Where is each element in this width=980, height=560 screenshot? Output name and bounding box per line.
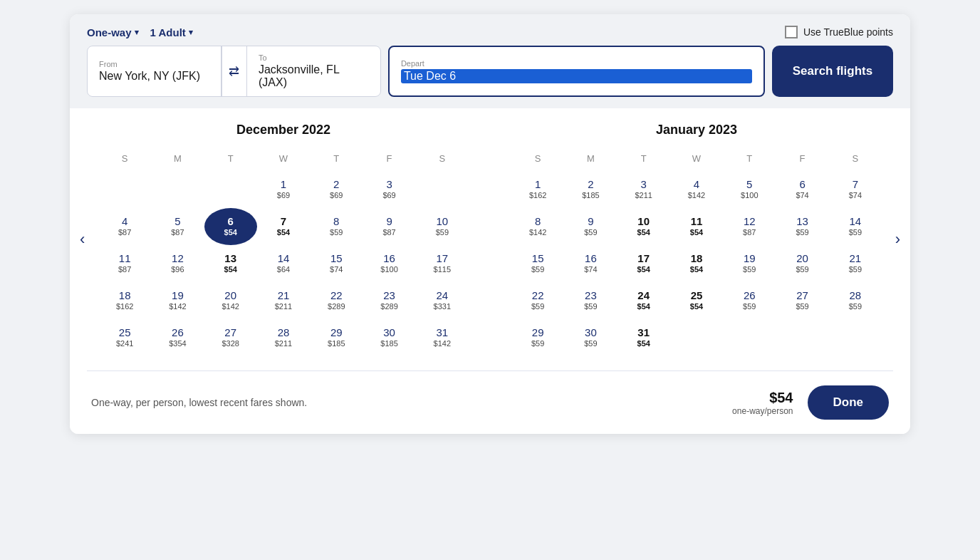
day-10[interactable]: 10$54: [617, 208, 670, 245]
weekday-w1: W: [257, 150, 310, 167]
day-16[interactable]: 16$100: [363, 245, 415, 282]
day-11[interactable]: 11$54: [670, 208, 723, 245]
day-25[interactable]: 25$54: [670, 282, 723, 319]
day-12[interactable]: 12$96: [151, 245, 204, 282]
day-number: 6: [799, 178, 805, 191]
day-31[interactable]: 31$54: [617, 319, 670, 356]
day-20[interactable]: 20$142: [204, 282, 257, 319]
day-number: 4: [122, 215, 127, 228]
swap-button[interactable]: ⇄: [221, 46, 247, 96]
day-21[interactable]: 21$211: [257, 282, 310, 319]
calendar-next-button[interactable]: ›: [888, 230, 907, 249]
weekday-js1: S: [511, 150, 564, 167]
day-13[interactable]: 13$54: [204, 245, 257, 282]
day-26[interactable]: 26$354: [151, 319, 204, 356]
day-number: 30: [383, 326, 395, 339]
empty-cell: [670, 319, 723, 356]
day-number: 24: [637, 289, 650, 302]
day-19[interactable]: 19$142: [151, 282, 204, 319]
day-17[interactable]: 17$115: [416, 245, 469, 282]
day-7[interactable]: 7$54: [257, 208, 310, 245]
day-number: 3: [386, 178, 392, 191]
day-number: 10: [437, 215, 449, 228]
footer-note: One-way, per person, lowest recent fares…: [91, 397, 307, 408]
day-24[interactable]: 24$331: [416, 282, 469, 319]
weekday-s2: S: [416, 150, 469, 167]
day-5[interactable]: 5$87: [151, 208, 204, 245]
day-23[interactable]: 23$59: [564, 282, 617, 319]
day-3[interactable]: 3$211: [617, 171, 670, 208]
day-6[interactable]: 6$74: [776, 171, 828, 208]
day-number: 10: [637, 215, 650, 228]
calendar-prev-button[interactable]: ‹: [73, 230, 92, 249]
day-23[interactable]: 23$289: [363, 282, 415, 319]
day-14[interactable]: 14$64: [257, 245, 310, 282]
day-29[interactable]: 29$185: [310, 319, 363, 356]
day-21[interactable]: 21$59: [829, 245, 882, 282]
day-2[interactable]: 2$69: [310, 171, 363, 208]
day-19[interactable]: 19$59: [723, 245, 776, 282]
day-31[interactable]: 31$142: [416, 319, 469, 356]
depart-label: Depart: [401, 59, 752, 68]
to-field[interactable]: To Jacksonville, FL (JAX): [247, 46, 380, 96]
passengers-dropdown[interactable]: 1 Adult ▾: [150, 26, 193, 38]
day-6[interactable]: 6$54: [204, 208, 257, 245]
done-button[interactable]: Done: [808, 385, 890, 420]
day-8[interactable]: 8$59: [310, 208, 363, 245]
trueblue-checkbox[interactable]: [785, 26, 798, 38]
day-price: $59: [330, 228, 343, 237]
day-price: $59: [531, 339, 544, 348]
day-1[interactable]: 1$162: [511, 171, 564, 208]
empty-cell: [723, 319, 776, 356]
trip-type-dropdown[interactable]: One-way ▾: [87, 26, 139, 38]
day-22[interactable]: 22$59: [511, 282, 564, 319]
day-1[interactable]: 1$69: [257, 171, 310, 208]
day-2[interactable]: 2$185: [564, 171, 617, 208]
day-10[interactable]: 10$59: [416, 208, 469, 245]
day-9[interactable]: 9$59: [564, 208, 617, 245]
day-price: $59: [531, 302, 544, 311]
day-3[interactable]: 3$69: [363, 171, 415, 208]
day-price: $59: [796, 265, 808, 274]
day-28[interactable]: 28$59: [829, 282, 882, 319]
day-18[interactable]: 18$162: [98, 282, 151, 319]
day-15[interactable]: 15$59: [511, 245, 564, 282]
day-4[interactable]: 4$87: [98, 208, 151, 245]
weekday-jt1: T: [617, 150, 670, 167]
day-27[interactable]: 27$328: [204, 319, 257, 356]
day-27[interactable]: 27$59: [776, 282, 828, 319]
day-price: $54: [224, 228, 237, 237]
day-25[interactable]: 25$241: [98, 319, 151, 356]
depart-field[interactable]: Depart Tue Dec 6: [388, 46, 765, 97]
day-price: $241: [116, 339, 133, 348]
day-4[interactable]: 4$142: [670, 171, 723, 208]
day-14[interactable]: 14$59: [829, 208, 882, 245]
day-24[interactable]: 24$54: [617, 282, 670, 319]
day-7[interactable]: 7$74: [829, 171, 882, 208]
day-30[interactable]: 30$185: [363, 319, 415, 356]
day-number: 17: [437, 252, 449, 265]
day-30[interactable]: 30$59: [564, 319, 617, 356]
search-flights-button[interactable]: Search flights: [772, 46, 893, 97]
day-15[interactable]: 15$74: [310, 245, 363, 282]
day-16[interactable]: 16$74: [564, 245, 617, 282]
day-29[interactable]: 29$59: [511, 319, 564, 356]
day-20[interactable]: 20$59: [776, 245, 828, 282]
day-18[interactable]: 18$54: [670, 245, 723, 282]
day-17[interactable]: 17$54: [617, 245, 670, 282]
day-8[interactable]: 8$142: [511, 208, 564, 245]
day-price: $59: [796, 228, 808, 237]
day-13[interactable]: 13$59: [776, 208, 828, 245]
from-field[interactable]: From New York, NY (JFK): [88, 46, 221, 96]
day-11[interactable]: 11$87: [98, 245, 151, 282]
day-28[interactable]: 28$211: [257, 319, 310, 356]
passengers-chevron-icon: ▾: [189, 28, 193, 37]
day-9[interactable]: 9$87: [363, 208, 415, 245]
day-price: $185: [380, 339, 397, 348]
day-price: $59: [584, 228, 597, 237]
day-12[interactable]: 12$87: [723, 208, 776, 245]
day-price: $54: [637, 339, 650, 348]
day-26[interactable]: 26$59: [723, 282, 776, 319]
day-22[interactable]: 22$289: [310, 282, 363, 319]
day-5[interactable]: 5$100: [723, 171, 776, 208]
